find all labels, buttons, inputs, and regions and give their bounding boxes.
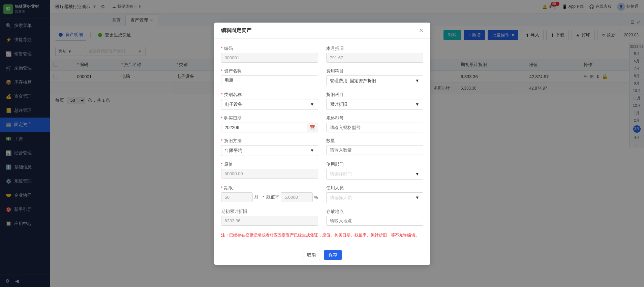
purchase-date-group: 📅 (221, 123, 318, 132)
asset-name-input[interactable] (221, 75, 318, 85)
code-label: * 编码 (221, 45, 318, 52)
modal-title: 编辑固定资产 (221, 27, 251, 34)
spec-input[interactable] (326, 123, 423, 132)
modal-note: 注：已经存在变更记录或者对应固定资产已经生成凭证，原值、购买日期、残值率、累计折… (221, 231, 423, 238)
form-row-asset-name: * 资产名称 (221, 68, 318, 86)
code-input[interactable] (221, 53, 318, 63)
quantity-input[interactable] (326, 145, 423, 155)
dep-account-value: 累计折旧 (330, 101, 347, 107)
user-arrow: ▼ (415, 195, 420, 200)
term-label: * 期限 (221, 185, 318, 191)
initial-dep-label: 期初累计折旧 (221, 209, 318, 215)
term-input[interactable] (221, 192, 253, 202)
category-label: * 类别名称 (221, 92, 318, 98)
dep-method-label: * 折旧方法 (221, 138, 318, 144)
residual-rate-unit: % (314, 195, 318, 200)
form-row-code: * 编码 (221, 45, 318, 63)
residual-rate-label: 残值率 (266, 194, 279, 200)
form-row-purchase-date: * 购买日期 📅 (221, 115, 318, 132)
category-arrow: ▼ (310, 102, 314, 107)
modal-footer: 取消 保存 (214, 245, 430, 265)
user-select[interactable]: 请选择人员 ▼ (326, 192, 423, 203)
modal-close-icon[interactable]: ✕ (419, 27, 423, 34)
form-row-dep-method: * 折旧方法 年限平均 ▼ (221, 138, 318, 156)
monthly-dep-input[interactable] (326, 53, 423, 63)
cancel-label: 取消 (307, 252, 316, 258)
cancel-button[interactable]: 取消 (303, 250, 320, 260)
save-button[interactable]: 保存 (324, 250, 342, 260)
department-placeholder: 请选择部门 (330, 171, 352, 177)
expense-account-label: 费用科目 (326, 68, 423, 74)
dep-account-label: 折旧科目 (326, 92, 423, 98)
form-row-term: * 期限 月 * 残值率 % (221, 185, 318, 203)
expense-account-select[interactable]: 管理费用_固定资产折旧 ▼ (326, 75, 423, 86)
department-arrow: ▼ (415, 171, 420, 177)
edit-asset-modal: 编辑固定资产 ✕ * 编码 本月折旧 * 资产名称 (214, 23, 430, 265)
dep-method-value: 年限平均 (225, 148, 242, 154)
form-row-dep-account: 折旧科目 累计折旧 ▼ (326, 92, 423, 110)
user-label: 使用人员 (326, 185, 423, 191)
modal-overlay: 编辑固定资产 ✕ * 编码 本月折旧 * 资产名称 (0, 0, 644, 287)
asset-name-label: * 资产名称 (221, 68, 318, 74)
form-row-location: 存放地点 (326, 209, 423, 226)
term-unit: 月 (254, 194, 258, 200)
user-placeholder: 请选择人员 (330, 195, 352, 201)
monthly-dep-label: 本月折旧 (326, 45, 423, 52)
quantity-label: 数量 (326, 138, 423, 144)
modal-header: 编辑固定资产 ✕ (214, 23, 430, 39)
category-value: 电子设备 (225, 101, 242, 107)
form-row-expense-account: 费用科目 管理费用_固定资产折旧 ▼ (326, 68, 423, 86)
dep-method-arrow: ▼ (310, 148, 314, 153)
dep-method-select[interactable]: 年限平均 ▼ (221, 145, 318, 156)
department-label: 使用部门 (326, 161, 423, 167)
form-row-quantity: 数量 (326, 138, 423, 156)
modal-body: * 编码 本月折旧 * 资产名称 费用科目 (214, 39, 430, 245)
form-row-spec: 规格型号 (326, 115, 423, 132)
residual-rate-input[interactable] (281, 192, 313, 202)
dep-account-select[interactable]: 累计折旧 ▼ (326, 99, 423, 110)
original-value-label: * 原值 (221, 161, 318, 167)
term-group: 月 * 残值率 % (221, 192, 318, 202)
expense-account-value: 管理费用_固定资产折旧 (330, 78, 376, 84)
initial-dep-input[interactable] (221, 216, 318, 226)
original-value-input[interactable] (221, 169, 318, 179)
location-label: 存放地点 (326, 209, 423, 215)
department-select[interactable]: 请选择部门 ▼ (326, 169, 423, 180)
form-row-initial-dep: 期初累计折旧 (221, 209, 318, 226)
spec-label: 规格型号 (326, 115, 423, 121)
form-row-user: 使用人员 请选择人员 ▼ (326, 185, 423, 203)
form-row-department: 使用部门 请选择部门 ▼ (326, 161, 423, 180)
expense-account-arrow: ▼ (415, 78, 420, 83)
dep-account-arrow: ▼ (415, 102, 420, 107)
save-label: 保存 (329, 252, 337, 258)
form-row-monthly-dep: 本月折旧 (326, 45, 423, 63)
form-row-original-value: * 原值 (221, 161, 318, 180)
purchase-date-label: * 购买日期 (221, 115, 318, 121)
category-select[interactable]: 电子设备 ▼ (221, 99, 318, 110)
location-input[interactable] (326, 216, 423, 226)
purchase-date-input[interactable] (221, 123, 307, 132)
calendar-icon[interactable]: 📅 (307, 123, 318, 132)
form-row-category: * 类别名称 电子设备 ▼ (221, 92, 318, 110)
